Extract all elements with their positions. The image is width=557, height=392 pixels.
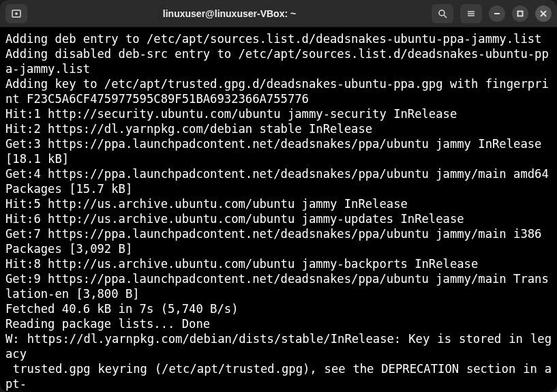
window-titlebar: linuxuser@linuxuser-VBox: ~ <box>0 0 557 27</box>
search-icon <box>437 8 448 19</box>
terminal-output[interactable]: Adding deb entry to /etc/apt/sources.lis… <box>0 27 557 392</box>
close-button[interactable] <box>535 5 552 22</box>
terminal-line: Get:7 https://ppa.launchpadcontent.net/d… <box>5 227 549 256</box>
new-tab-button[interactable] <box>5 4 27 23</box>
svg-line-4 <box>444 15 447 18</box>
terminal-line: Reading package lists... Done <box>5 317 210 331</box>
close-icon <box>540 10 547 17</box>
maximize-button[interactable] <box>512 5 528 22</box>
terminal-line: Get:4 https://ppa.launchpadcontent.net/d… <box>5 167 556 196</box>
search-button[interactable] <box>432 4 453 23</box>
terminal-warning-line: trusted.gpg keyring (/etc/apt/trusted.gp… <box>5 361 552 391</box>
minimize-icon <box>494 10 500 17</box>
terminal-line: Hit:6 http://us.archive.ubuntu.com/ubunt… <box>5 212 464 226</box>
terminal-line: Hit:5 http://us.archive.ubuntu.com/ubunt… <box>5 197 408 211</box>
terminal-line: Get:9 https://ppa.launchpadcontent.net/d… <box>5 272 549 301</box>
menu-button[interactable] <box>460 4 482 23</box>
titlebar-left-controls <box>5 4 27 23</box>
terminal-line: Adding key to /etc/apt/trusted.gpg.d/dea… <box>5 77 549 106</box>
terminal-line: Hit:8 http://us.archive.ubuntu.com/ubunt… <box>5 257 478 271</box>
maximize-icon <box>517 10 524 17</box>
terminal-line: Hit:1 http://security.ubuntu.com/ubuntu … <box>5 107 457 121</box>
new-tab-icon <box>11 8 22 19</box>
terminal-line: Adding disabled deb-src entry to /etc/ap… <box>5 47 549 76</box>
hamburger-icon <box>466 8 477 19</box>
minimize-button[interactable] <box>489 5 505 22</box>
window-title: linuxuser@linuxuser-VBox: ~ <box>27 8 432 19</box>
svg-point-3 <box>439 10 445 16</box>
terminal-line: Adding deb entry to /etc/apt/sources.lis… <box>5 32 541 46</box>
terminal-line: Fetched 40.6 kB in 7s (5,740 B/s) <box>5 302 238 316</box>
terminal-warning-line: W: https://dl.yarnpkg.com/debian/dists/s… <box>5 331 552 361</box>
terminal-line: Hit:2 https://dl.yarnpkg.com/debian stab… <box>5 122 372 136</box>
terminal-line: Get:3 https://ppa.launchpadcontent.net/d… <box>5 137 549 166</box>
svg-rect-9 <box>518 11 523 16</box>
titlebar-right-controls <box>432 4 552 23</box>
